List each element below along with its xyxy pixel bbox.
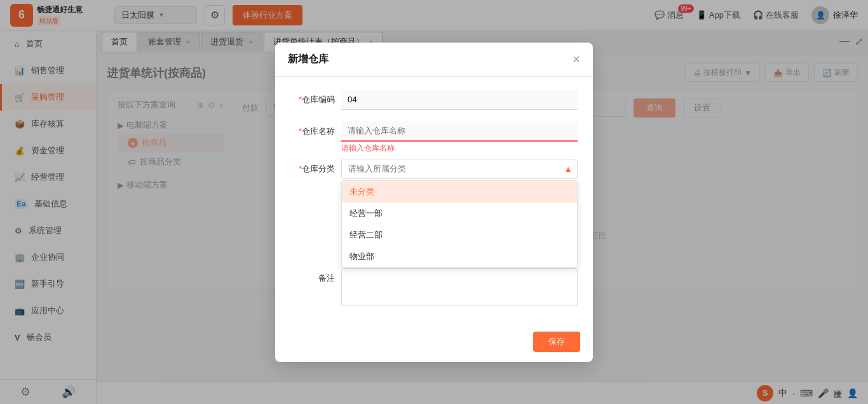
name-input[interactable] [341,121,578,142]
option-property[interactable]: 物业部 [342,246,577,267]
code-input[interactable] [341,90,578,110]
code-field-row: *仓库编码 [290,90,578,110]
code-label: *仓库编码 [290,90,341,110]
name-label: *仓库名称 [290,121,341,142]
category-input[interactable] [341,159,578,179]
category-dropdown-wrapper: ▲ 未分类 经营一部 经营二部 物业部 [341,159,578,179]
modal-body: *仓库编码 *仓库名称 请输入仓库名称 *仓库分类 [275,77,593,324]
note-label: 备注 [290,268,341,288]
option-dept1[interactable]: 经营一部 [342,203,577,224]
save-button[interactable]: 保存 [533,332,580,352]
modal: 新增仓库 × *仓库编码 *仓库名称 请输入仓库名称 [275,43,593,362]
modal-header: 新增仓库 × [275,43,593,77]
name-error-tip: 请输入仓库名称 [341,143,578,154]
category-dropdown-list: 未分类 经营一部 经营二部 物业部 [341,180,578,268]
note-field-row: 备注 [290,268,578,306]
modal-title: 新增仓库 [288,53,329,66]
modal-footer: 保存 [275,324,593,362]
modal-overlay[interactable]: 新增仓库 × *仓库编码 *仓库名称 请输入仓库名称 [0,0,868,404]
option-uncategorized[interactable]: 未分类 [342,181,577,203]
modal-close-button[interactable]: × [573,53,580,65]
category-chevron-up-icon[interactable]: ▲ [564,164,573,174]
category-label: *仓库分类 [290,159,341,179]
option-dept2[interactable]: 经营二部 [342,224,577,246]
category-field-row: *仓库分类 ▲ 未分类 经营一部 经营二部 物业部 [290,159,578,179]
name-field-row: *仓库名称 请输入仓库名称 [290,121,578,154]
note-input[interactable] [341,268,578,306]
